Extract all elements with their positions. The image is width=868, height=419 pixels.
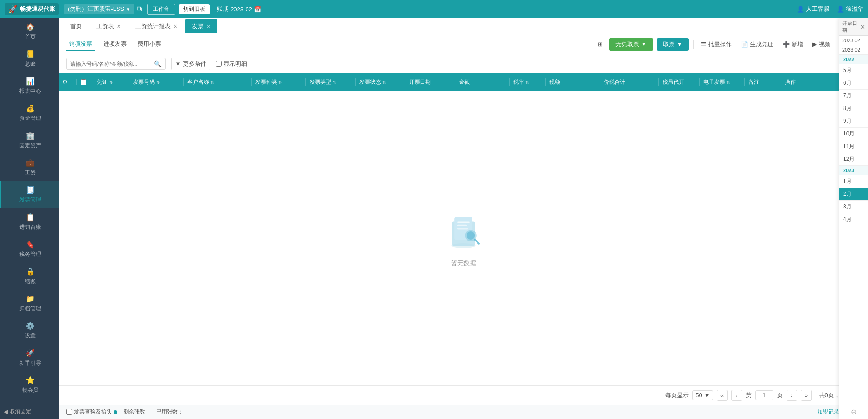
th-open-date[interactable]: 开票日期 <box>405 78 455 86</box>
month-2023-2[interactable]: 2月 <box>839 188 868 201</box>
th-amount[interactable]: 金额 <box>455 78 510 86</box>
th-tax-amount[interactable]: 税额 <box>546 78 600 86</box>
grid-toggle-button[interactable]: ⊞ <box>595 39 606 49</box>
switch-version-button[interactable]: 切到旧版 <box>179 4 210 14</box>
company-selector[interactable]: (勿删）江西股宝-LSS ▼ <box>64 4 134 14</box>
show-detail-label[interactable]: 显示明细 <box>216 60 247 68</box>
th-customer[interactable]: 客户名称 ⇅ <box>184 78 252 86</box>
gen-voucher-btn[interactable]: 📄 生成凭证 <box>738 39 776 50</box>
sidebar-item-ledger[interactable]: 📒 总账 <box>0 45 59 72</box>
voucher-btn[interactable]: 取票 ▼ <box>657 38 689 51</box>
th-voucher[interactable]: 凭证 ⇅ <box>93 78 129 86</box>
tab-invoice-close-icon[interactable]: ✕ <box>206 24 210 29</box>
tab-salary-close-icon[interactable]: ✕ <box>117 24 121 29</box>
grid-icon: ⊞ <box>598 41 603 48</box>
sidebar-item-home[interactable]: 🏠 首页 <box>0 18 59 45</box>
sidebar-item-invoice[interactable]: 🧾 发票管理 <box>0 181 59 208</box>
sort-customer-icon: ⇅ <box>210 80 214 85</box>
month-2023-3[interactable]: 3月 <box>839 201 868 213</box>
tab-home[interactable]: 首页 <box>63 19 89 33</box>
sidebar-item-sales[interactable]: 📋 进销台账 <box>0 208 59 236</box>
sidebar-item-tax[interactable]: 🔖 税务管理 <box>0 236 59 263</box>
month-2022-6[interactable]: 6月 <box>839 77 868 90</box>
search-input[interactable] <box>70 61 151 67</box>
workbench-button[interactable]: 工作台 <box>147 4 175 15</box>
salary-icon: 💼 <box>26 159 35 167</box>
batch-ops-btn[interactable]: ☰ 批量操作 <box>698 39 734 50</box>
tab-salary[interactable]: 工资表 ✕ <box>90 19 128 33</box>
date-panel-close-btn[interactable]: ✕ <box>860 24 865 30</box>
sidebar-item-funds[interactable]: 💰 资金管理 <box>0 100 59 127</box>
th-invoice-status[interactable]: 发票状态 ⇅ <box>356 78 405 86</box>
month-2023-1[interactable]: 1月 <box>839 175 868 188</box>
sidebar-item-guide[interactable]: 🚀 新手引导 <box>0 344 59 371</box>
sub-tab-purchase-invoice[interactable]: 进项发票 <box>100 38 129 51</box>
th-e-invoice[interactable]: 电子发票 ⇅ <box>700 78 745 86</box>
sidebar-footer[interactable]: ◀ 取消固定 <box>0 404 59 419</box>
content-area: 首页 工资表 ✕ 工资统计报表 ✕ 发票 ✕ ✕ ⊡ 销项发票 <box>59 18 868 419</box>
month-2022-8[interactable]: 8月 <box>839 102 868 115</box>
page-number-input[interactable] <box>755 390 773 400</box>
sidebar-item-fixed-assets[interactable]: 🏢 固定资产 <box>0 127 59 154</box>
copy-icon[interactable]: ⧉ <box>137 5 142 13</box>
month-2022-12[interactable]: 12月 <box>839 153 868 166</box>
calendar-icon[interactable]: 📅 <box>254 6 261 13</box>
used-label: 已用张数： <box>156 409 183 415</box>
no-voucher-btn[interactable]: 无凭取票 ▼ <box>609 38 653 51</box>
sidebar-item-closing[interactable]: 🔒 结账 <box>0 263 59 290</box>
th-tax-authority[interactable]: 税局代开 <box>659 78 700 86</box>
month-2022-5[interactable]: 5月 <box>839 64 868 77</box>
th-tax-rate[interactable]: 税率 ⇅ <box>510 78 546 86</box>
year-2023-label: 2023 <box>839 166 868 175</box>
first-page-btn[interactable]: « <box>717 390 728 401</box>
sort-invoice-type-icon: ⇅ <box>278 80 282 85</box>
th-invoice-type[interactable]: 发票种类 ⇅ <box>252 78 306 86</box>
sidebar-item-archive[interactable]: 📁 归档管理 <box>0 290 59 317</box>
select-all-checkbox[interactable] <box>81 79 86 85</box>
th-tax-total-label: 价税合计 <box>604 78 625 86</box>
month-2022-9[interactable]: 9月 <box>839 115 868 128</box>
month-2022-11[interactable]: 11月 <box>839 140 868 153</box>
last-page-btn[interactable]: » <box>801 390 812 401</box>
sub-tab-expense-receipt[interactable]: 费用小票 <box>135 38 164 51</box>
date-entry-bottom[interactable]: 2023.02 <box>839 45 868 55</box>
show-detail-checkbox[interactable] <box>216 61 222 67</box>
user-menu[interactable]: 👤 徐溢华 <box>837 5 863 13</box>
prev-page-btn[interactable]: ‹ <box>731 390 742 401</box>
sidebar-item-member[interactable]: ⭐ 畅会员 <box>0 371 59 399</box>
tab-salary-stats[interactable]: 工资统计报表 ✕ <box>129 19 184 33</box>
sidebar-label-guide: 新手引导 <box>19 359 41 367</box>
date-entry-top[interactable]: 2023.02 <box>839 36 868 45</box>
sidebar-item-salary[interactable]: 💼 工资 <box>0 154 59 181</box>
sidebar-item-settings[interactable]: ⚙️ 设置 <box>0 317 59 344</box>
join-record-link[interactable]: 加盟记录 <box>817 408 839 416</box>
page-size-selector[interactable]: 50 ▼ <box>692 390 713 400</box>
th-invoice-no[interactable]: 发票号码 ⇅ <box>129 78 184 86</box>
tab-salary-stats-close-icon[interactable]: ✕ <box>173 24 177 29</box>
th-note[interactable]: 备注 <box>745 78 781 86</box>
user-avatar-icon: 👤 <box>837 6 844 13</box>
search-icon[interactable]: 🔍 <box>154 60 162 67</box>
th-tax-total[interactable]: 价税合计 <box>600 78 659 86</box>
new-invoice-btn[interactable]: ➕ 新增 <box>780 39 806 50</box>
th-checkbox[interactable] <box>77 79 93 85</box>
search-box[interactable]: 🔍 <box>66 58 166 70</box>
video-btn[interactable]: ▶ 视频 <box>810 39 833 50</box>
more-conditions-btn[interactable]: ▼ 更多条件 <box>171 58 210 70</box>
check-label: 发票查验及抬头 <box>74 408 112 416</box>
tab-invoice[interactable]: 发票 ✕ <box>185 19 217 33</box>
th-settings[interactable]: ⚙ <box>59 79 77 85</box>
check-checkbox[interactable] <box>66 409 72 415</box>
svg-rect-4 <box>457 224 467 226</box>
sub-tab-sales-invoice[interactable]: 销项发票 <box>66 38 95 51</box>
sidebar-item-reports[interactable]: 📊 报表中心 <box>0 72 59 100</box>
month-2022-10[interactable]: 10月 <box>839 128 868 140</box>
month-2022-7[interactable]: 7月 <box>839 90 868 102</box>
th-invoice-type-label: 发票种类 <box>255 78 277 86</box>
date-panel-scroll-btn[interactable]: ⊕ <box>839 405 868 419</box>
next-page-btn[interactable]: › <box>787 390 797 401</box>
new-icon: ➕ <box>782 41 790 48</box>
customer-service-btn[interactable]: 👤 人工客服 <box>797 5 830 13</box>
month-2023-4[interactable]: 4月 <box>839 213 868 226</box>
th-invoice-category[interactable]: 发票类型 ⇅ <box>306 78 356 86</box>
